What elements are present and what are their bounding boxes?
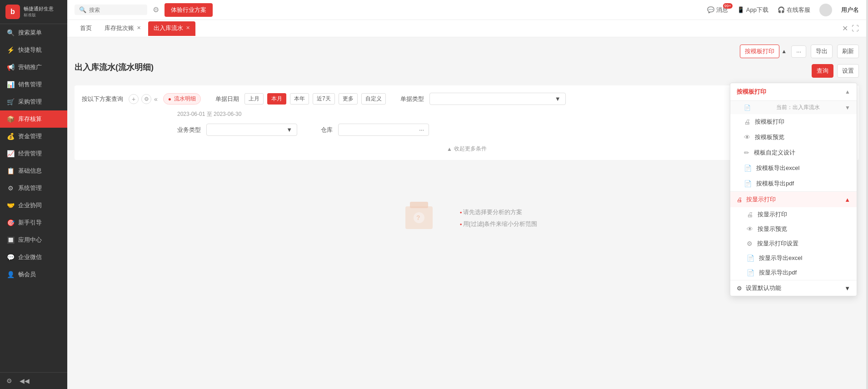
sidebar-item-member[interactable]: 👤 畅会员	[0, 266, 67, 283]
tab-home[interactable]: 首页	[75, 21, 97, 36]
notification-badge: 99+	[723, 3, 733, 9]
sidebar-item-guide[interactable]: 🎯 新手引导	[0, 214, 67, 231]
excel-icon: 📄	[747, 254, 754, 262]
chevron-down-icon: ▼	[844, 285, 850, 292]
bill-type-select[interactable]: ▼	[429, 93, 566, 105]
tab-bar-actions: ✕ ⛶	[842, 24, 859, 33]
tab-batch-account[interactable]: 库存批次账 ✕	[99, 21, 146, 36]
chevron-up-icon[interactable]: ▲	[781, 48, 787, 55]
active-filter-tag[interactable]: ● 流水明细	[163, 93, 201, 105]
sidebar-item-sales[interactable]: 📊 销售管理	[0, 76, 67, 93]
dropdown-item-display-export-pdf[interactable]: 📄 按显示导出pdf	[730, 265, 857, 280]
sidebar-item-basic[interactable]: 📋 基础信息	[0, 162, 67, 180]
search-input[interactable]	[89, 7, 135, 13]
sidebar-item-inventory[interactable]: 📦 库存核算	[0, 110, 67, 128]
dropdown-item-display-export-excel[interactable]: 📄 按显示导出excel	[730, 251, 857, 265]
dropdown-item-display-preview[interactable]: 👁 按显示预览	[730, 222, 857, 236]
chevron-up-icon[interactable]: ▲	[845, 89, 850, 95]
app-download-item[interactable]: 📱 App下载	[737, 6, 768, 14]
filter-tag-label: 流水明细	[174, 95, 196, 103]
tab-flow[interactable]: 出入库流水 ✕	[148, 21, 195, 36]
sidebar-item-wechat[interactable]: 💬 企业微信	[0, 249, 67, 266]
settings-icon[interactable]: ⚙	[6, 377, 12, 384]
dropdown-item-label: 按模板导出excel	[756, 164, 799, 172]
export-button[interactable]: 导出	[811, 45, 833, 58]
dropdown-item-label: 按显示打印设置	[757, 239, 798, 248]
app-download-label: App下载	[746, 6, 768, 14]
sidebar-item-label: 畅会员	[18, 270, 36, 279]
dropdown-footer-settings[interactable]: ⚙ 设置默认功能 ▼	[730, 280, 857, 296]
current-icon: 📄	[744, 105, 751, 111]
online-service-item[interactable]: 🎧 在线客服	[778, 6, 810, 14]
toolbar: 按模板打印 ▲ ··· 导出 刷新	[75, 45, 859, 58]
dropdown-item-label: 按模板打印	[755, 118, 784, 126]
chevron-up-icon: ▲	[447, 146, 452, 152]
empty-tips: 请先选择要分析的方案 用[过滤]条件来缩小分析范围	[460, 208, 537, 232]
sidebar-item-label: 系统管理	[18, 184, 42, 192]
tab-label: 首页	[80, 24, 92, 32]
more-button[interactable]: ···	[791, 45, 806, 58]
date-btn-more[interactable]: 更多	[339, 93, 358, 105]
dropdown-item-template-export-excel[interactable]: 📄 按模板导出excel	[730, 160, 857, 176]
dropdown-item-template-custom[interactable]: ✏ 模板自定义设计	[730, 145, 857, 160]
filter-settings-button[interactable]: ⚙	[141, 94, 151, 104]
page-content: 按模板打印 ▲ ··· 导出 刷新 出入库流水(流水明细) 查询 设置 按以下方…	[67, 37, 866, 389]
settings-icon[interactable]: ⚙	[153, 5, 159, 14]
filter-actions: + ⚙ «	[129, 94, 158, 104]
handshake-icon: 🤝	[6, 202, 15, 209]
logo-icon: b	[5, 5, 20, 19]
warehouse-select[interactable]: ···	[338, 124, 429, 136]
excel-icon: 📄	[744, 165, 752, 172]
sidebar-item-enterprise[interactable]: 🤝 企业协同	[0, 197, 67, 214]
trial-button[interactable]: 体验行业方案	[165, 3, 213, 17]
filter-tag-icon: ●	[168, 96, 171, 102]
settings-button[interactable]: 设置	[837, 64, 859, 78]
clipboard-icon: 📋	[6, 167, 15, 175]
refresh-button[interactable]: 刷新	[837, 45, 859, 58]
sidebar-item-app-center[interactable]: 🔲 应用中心	[0, 231, 67, 249]
dropdown-item-label: 按显示预览	[758, 225, 787, 233]
pdf-icon: 📄	[744, 180, 752, 187]
resize-handle[interactable]	[866, 0, 868, 389]
business-type-select[interactable]: ▼	[206, 124, 297, 136]
dropdown-item-template-print[interactable]: 🖨 按模板打印	[730, 114, 857, 130]
sidebar-item-operations[interactable]: 📈 经营管理	[0, 145, 67, 162]
user-name: 用户名	[841, 6, 859, 14]
chevron-down-icon: ▼	[555, 95, 561, 102]
printer-icon: 🖨	[747, 211, 753, 218]
print-template-button[interactable]: 按模板打印	[740, 45, 779, 58]
collapse-filter-button[interactable]: «	[154, 95, 158, 103]
dropdown-item-template-preview[interactable]: 👁 按模板预览	[730, 130, 857, 145]
close-icon[interactable]: ✕	[137, 25, 141, 31]
sidebar-item-label: 销售管理	[18, 80, 42, 89]
date-btn-custom[interactable]: 自定义	[361, 93, 386, 105]
bill-type-label: 单据类型	[400, 95, 424, 103]
sidebar: b 畅捷通好生意 标准版 🔍 搜索菜单 ⚡ 快捷导航 📢 营销推广 📊 销售管理…	[0, 0, 67, 389]
collapse-label: 收起更多条件	[454, 145, 487, 153]
sidebar-item-search[interactable]: 🔍 搜索菜单	[0, 24, 67, 41]
close-all-button[interactable]: ✕	[842, 24, 848, 33]
expand-button[interactable]: ⛶	[852, 24, 859, 33]
display-section-header[interactable]: 🖨 按显示打印 ▲	[730, 192, 857, 207]
sidebar-item-finance[interactable]: 💰 资金管理	[0, 128, 67, 145]
query-button[interactable]: 查询	[812, 64, 833, 78]
avatar[interactable]	[819, 4, 832, 16]
date-btn-this-year[interactable]: 本年	[290, 93, 309, 105]
date-btn-7days[interactable]: 近7天	[313, 93, 335, 105]
dropdown-item-template-export-pdf[interactable]: 📄 按模板导出pdf	[730, 176, 857, 191]
sidebar-item-quick-nav[interactable]: ⚡ 快捷导航	[0, 41, 67, 59]
dropdown-item-display-print[interactable]: 🖨 按显示打印	[730, 207, 857, 222]
dropdown-item-display-print-settings[interactable]: ⚙ 按显示打印设置	[730, 236, 857, 251]
add-filter-button[interactable]: +	[129, 94, 139, 104]
date-btn-this-month[interactable]: 本月	[267, 93, 286, 105]
messages-item[interactable]: 💬 消息 99+	[707, 6, 728, 14]
date-btn-last-month[interactable]: 上月	[244, 93, 264, 105]
collapse-icon[interactable]: ◀◀	[20, 377, 30, 384]
close-icon[interactable]: ✕	[186, 25, 190, 31]
sidebar-item-system[interactable]: ⚙ 系统管理	[0, 180, 67, 197]
sidebar-item-purchase[interactable]: 🛒 采购管理	[0, 93, 67, 110]
search-box[interactable]: 🔍	[75, 5, 147, 15]
sidebar-item-marketing[interactable]: 📢 营销推广	[0, 59, 67, 76]
sidebar-item-label: 经营管理	[18, 150, 42, 158]
dropdown-item-label: 按显示导出pdf	[759, 269, 797, 277]
